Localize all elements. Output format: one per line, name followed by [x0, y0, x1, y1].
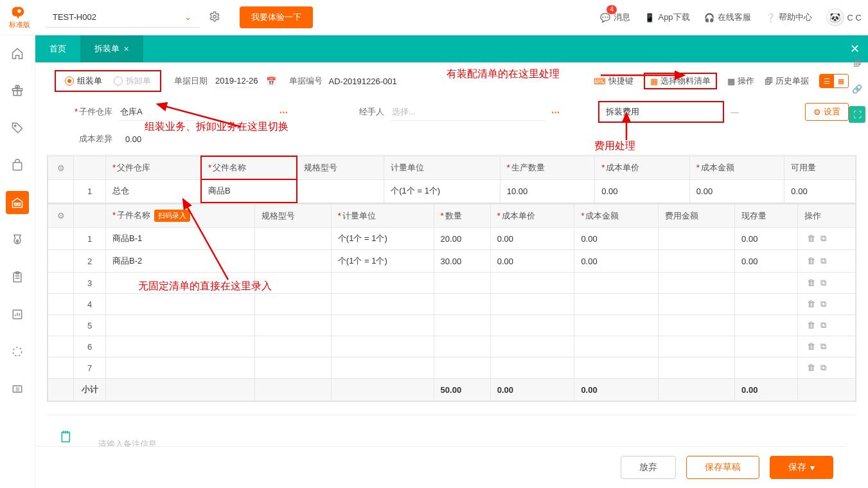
history-icon: 🗐	[765, 77, 773, 86]
link-rail-icon[interactable]: 🔗	[849, 80, 865, 97]
gear-icon[interactable]: ⚙	[48, 204, 74, 228]
table-row[interactable]: 4🗑⧉	[48, 294, 856, 315]
nav-warehouse-icon[interactable]	[6, 191, 29, 214]
settings-button[interactable]: ⚙设置	[805, 103, 849, 121]
user-menu[interactable]: 🐼 C C	[826, 8, 862, 26]
nav-home-icon[interactable]	[6, 42, 29, 65]
nav-gift-icon[interactable]	[6, 79, 29, 102]
table-row[interactable]: 6🗑⧉	[48, 336, 856, 357]
delete-icon[interactable]: 🗑	[807, 320, 815, 330]
calendar-icon[interactable]: 📅	[266, 77, 276, 86]
cost-diff-value: 0.00	[119, 134, 148, 144]
copy-icon[interactable]: ⧉	[820, 233, 826, 243]
keyboard-icon: ⌨	[594, 77, 606, 86]
table-row[interactable]: 7🗑⧉	[48, 357, 856, 379]
expand-rail-icon[interactable]: ⛶	[849, 106, 865, 123]
top-bar: 标准版 TEST-H002 ⌄ 我要体验一下 💬 消息 4 📱App下载 🎧在线…	[0, 0, 868, 35]
ops-link[interactable]: ▦操作	[727, 75, 754, 87]
chevron-down-icon: ⌄	[184, 12, 191, 22]
delete-icon[interactable]: 🗑	[807, 256, 815, 266]
table-row[interactable]: 3🗑⧉	[48, 273, 856, 294]
nav-new-icon[interactable]: 新	[6, 377, 29, 401]
fee-field[interactable]: 拆装费用	[598, 101, 724, 123]
logo: 标准版	[6, 6, 32, 30]
svg-point-1	[213, 15, 217, 18]
svg-rect-5	[13, 163, 21, 170]
table-row[interactable]: 2商品B-2个(1个 = 1个)30.000.000.000.00🗑⧉	[48, 250, 856, 273]
nav-loading-icon[interactable]	[6, 340, 29, 363]
parent-item-grid: ⚙ *父件仓库 *父件名称 规格型号 计量单位 *生产数量 *成本单价 *成本金…	[47, 155, 856, 204]
note-icon: 🗒	[58, 428, 74, 446]
logo-icon	[12, 6, 26, 20]
radio-disassemble[interactable]: 拆卸单	[114, 75, 151, 87]
delete-icon[interactable]: 🗑	[807, 341, 815, 351]
tab-bar: 首页 拆装单 ✕ ✕	[35, 35, 868, 62]
nav-report-icon[interactable]	[6, 303, 29, 326]
copy-icon[interactable]: ⧉	[820, 320, 826, 330]
messages-button[interactable]: 💬 消息 4	[600, 12, 630, 23]
phone-icon: 📱	[644, 13, 655, 23]
copy-icon[interactable]: ⧉	[820, 363, 826, 372]
tab-assembly[interactable]: 拆装单 ✕	[80, 35, 143, 62]
svg-point-0	[17, 9, 21, 13]
right-rail: 🗐 🔗 ⛶	[846, 35, 868, 488]
account-name: TEST-H002	[53, 12, 96, 22]
svg-point-11	[13, 347, 21, 356]
copy-icon[interactable]: ⧉	[820, 299, 826, 309]
sub-warehouse-field[interactable]: 仓库A	[119, 104, 273, 121]
account-selector[interactable]: TEST-H002 ⌄	[45, 7, 199, 28]
tab-home[interactable]: 首页	[35, 35, 80, 62]
try-demo-button[interactable]: 我要体验一下	[240, 6, 313, 28]
customer-service-button[interactable]: 🎧在线客服	[704, 12, 751, 23]
view-toggle[interactable]: ☰▦	[819, 74, 849, 88]
table-row[interactable]: 1 总仓 商品B 个(1个 = 1个) 10.00 0.00 0.00 0.00	[48, 179, 856, 203]
svg-rect-6	[15, 203, 17, 205]
discard-button[interactable]: 放弃	[621, 456, 676, 479]
delete-icon[interactable]: 🗑	[807, 233, 815, 243]
list-icon: ▦	[650, 77, 658, 86]
grid-icon: ▦	[727, 77, 735, 86]
more-icon[interactable]: ⋯	[279, 107, 288, 117]
shortcut-link[interactable]: ⌨快捷键	[594, 75, 633, 87]
handler-field[interactable]: 选择...	[391, 104, 545, 121]
copy-icon[interactable]: ⧉	[820, 278, 826, 287]
help-center-button[interactable]: ❔帮助中心	[765, 12, 812, 23]
nav-money-icon[interactable]	[6, 228, 29, 251]
nav-clipboard-icon[interactable]	[6, 266, 29, 289]
save-draft-button[interactable]: 保存草稿	[686, 456, 759, 479]
child-items-grid: ⚙ *子件名称扫码录入 规格型号 *计量单位 *数量 *成本单价 *成本金额 费…	[47, 204, 856, 402]
form-row-2: 成本差异 0.00	[35, 128, 868, 150]
table-row[interactable]: 1商品B-1个(1个 = 1个)20.000.000.000.00🗑⧉	[48, 228, 856, 250]
table-row[interactable]: 5🗑⧉	[48, 315, 856, 336]
settings-icon[interactable]	[209, 11, 220, 24]
app-download-button[interactable]: 📱App下载	[644, 12, 689, 23]
more-icon[interactable]: ⋯	[551, 107, 560, 117]
select-bom-link[interactable]: ▦选择物料清单	[644, 73, 717, 89]
side-nav: 新	[0, 35, 35, 488]
history-link[interactable]: 🗐历史单据	[765, 75, 809, 87]
delete-icon[interactable]: 🗑	[807, 299, 815, 309]
copy-icon[interactable]: ⧉	[820, 256, 826, 266]
save-button[interactable]: 保存▾	[770, 456, 833, 479]
message-badge: 4	[607, 5, 617, 14]
svg-rect-7	[18, 203, 20, 205]
scan-badge[interactable]: 扫码录入	[154, 210, 190, 222]
delete-icon[interactable]: 🗑	[807, 278, 815, 287]
svg-point-4	[14, 125, 16, 127]
headset-icon: 🎧	[704, 13, 714, 23]
help-icon: ❔	[765, 13, 775, 23]
delete-icon[interactable]: 🗑	[807, 363, 815, 372]
copy-icon[interactable]: ⧉	[820, 341, 826, 351]
note-rail-icon[interactable]: 🗐	[849, 55, 865, 71]
radio-assemble[interactable]: 组装单	[65, 75, 102, 87]
close-icon[interactable]: ✕	[123, 45, 129, 53]
nav-tag-icon[interactable]	[6, 116, 29, 140]
doc-date-field[interactable]: 单据日期 2019-12-26 📅	[174, 74, 276, 88]
doc-number: 单据编号 AD-20191226-001	[289, 75, 397, 87]
nav-bag-icon[interactable]	[6, 154, 29, 177]
view-list-icon[interactable]: ☰	[820, 75, 834, 87]
chevron-down-icon: ▾	[810, 462, 815, 473]
chat-icon: 💬	[600, 13, 610, 23]
gear-icon[interactable]: ⚙	[48, 156, 74, 179]
avatar: 🐼	[826, 8, 844, 26]
